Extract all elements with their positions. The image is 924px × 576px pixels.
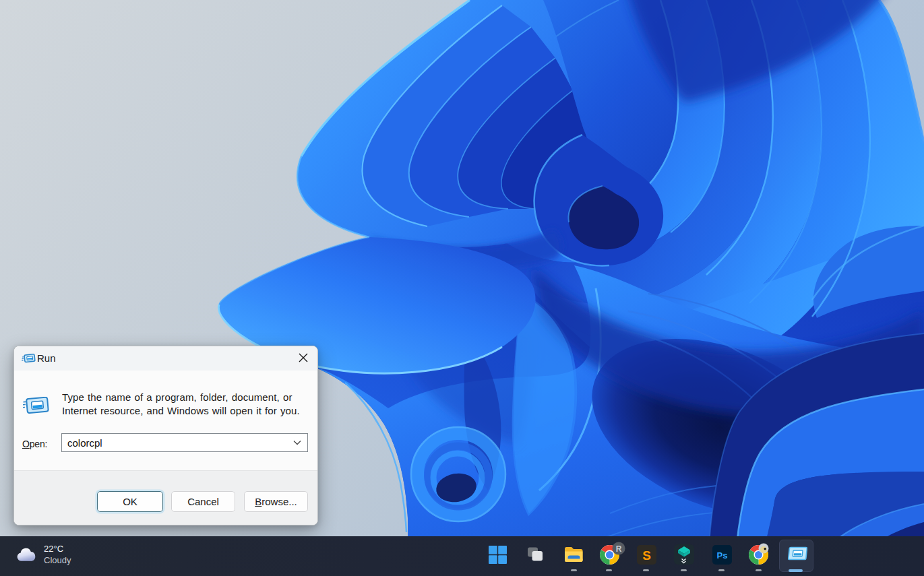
svg-text:Ps: Ps — [716, 550, 727, 560]
svg-text:S: S — [642, 548, 651, 562]
svg-text:R: R — [616, 544, 622, 554]
